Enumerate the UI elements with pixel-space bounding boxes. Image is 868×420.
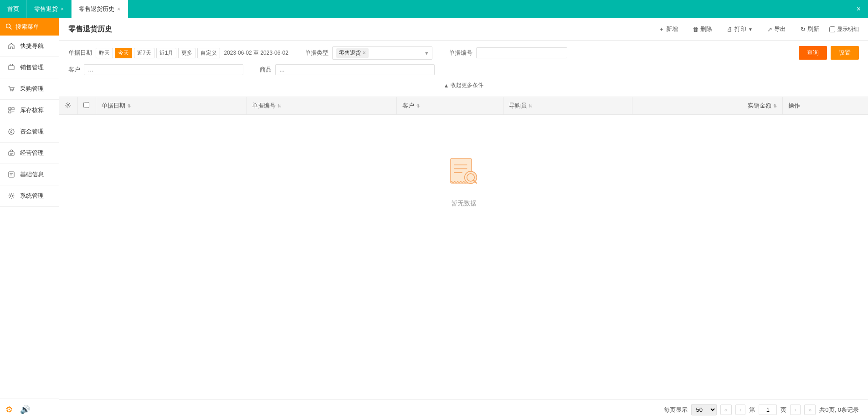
search-icon xyxy=(5,23,12,31)
collapse-arrow: ▲ xyxy=(444,82,449,89)
sidebar-item-quick-nav[interactable]: 快捷导航 xyxy=(0,36,59,57)
sidebar-search-label: 搜索菜单 xyxy=(15,23,39,31)
page-size-select[interactable]: 10 20 50 100 xyxy=(691,404,717,415)
doctype-tag-remove[interactable]: × xyxy=(363,50,366,56)
sort-guide[interactable]: 导购员 ⇅ xyxy=(509,102,626,110)
print-arrow: ▼ xyxy=(748,27,753,32)
th-amount: 实销金额 ⇅ xyxy=(632,97,782,115)
new-icon: ＋ xyxy=(658,25,664,33)
date-btn-custom[interactable]: 自定义 xyxy=(197,48,220,58)
sidebar-item-system-label: 系统管理 xyxy=(20,192,44,200)
sidebar-item-system[interactable]: 系统管理 xyxy=(0,185,59,207)
show-detail-checkbox[interactable] xyxy=(829,26,835,32)
tab-retail-return-label: 零售退货 xyxy=(34,5,58,13)
sidebar-search[interactable]: 搜索菜单 xyxy=(0,18,59,36)
export-button[interactable]: ↗ 导出 xyxy=(763,23,791,36)
toolbar: ＋ 新增 🗑 删除 🖨 打印 ▼ ↗ 导出 ↻ 刷新 xyxy=(654,23,859,36)
svg-point-8 xyxy=(9,129,14,134)
query-button[interactable]: 查询 xyxy=(799,46,827,60)
tab-retail-return-close[interactable]: × xyxy=(61,6,64,12)
table-header-row: 单据日期 ⇅ 单据编号 ⇅ 客户 xyxy=(59,97,868,115)
th-guide-label: 导购员 xyxy=(509,102,527,110)
page-header: 零售退货历史 ＋ 新增 🗑 删除 🖨 打印 ▼ ↗ 导出 xyxy=(59,18,868,41)
th-doc-date: 单据日期 ⇅ xyxy=(96,97,246,115)
print-button[interactable]: 🖨 打印 ▼ xyxy=(722,23,757,36)
filter-action-buttons: 查询 设置 xyxy=(799,46,859,60)
table-area: 单据日期 ⇅ 单据编号 ⇅ 客户 xyxy=(59,97,868,399)
next-page-button[interactable]: › xyxy=(790,405,800,415)
column-settings-icon[interactable] xyxy=(65,103,71,110)
date-btn-7days[interactable]: 近7天 xyxy=(134,48,154,58)
new-button[interactable]: ＋ 新增 xyxy=(654,23,683,36)
sidebar-item-inventory[interactable]: 库存核算 xyxy=(0,100,59,121)
total-records-label: 共0页, 0条记录 xyxy=(819,406,859,414)
svg-point-12 xyxy=(67,104,69,106)
export-icon: ↗ xyxy=(767,26,772,33)
sidebar-item-sales-mgmt[interactable]: 销售管理 xyxy=(0,57,59,78)
purchase-icon xyxy=(7,85,15,93)
date-btn-1month[interactable]: 近1月 xyxy=(156,48,177,58)
empty-row: 暂无数据 xyxy=(59,115,868,245)
filter-goods-item: 商品 xyxy=(260,64,435,75)
page-input[interactable] xyxy=(759,405,777,415)
sort-doc-date-icon: ⇅ xyxy=(127,103,131,108)
data-table: 单据日期 ⇅ 单据编号 ⇅ 客户 xyxy=(59,97,868,244)
sidebar-item-finance[interactable]: 资金管理 xyxy=(0,121,59,143)
delete-icon: 🗑 xyxy=(693,26,699,33)
last-page-button[interactable]: » xyxy=(804,405,816,415)
show-detail-label: 显示明细 xyxy=(837,26,859,33)
sort-doc-no[interactable]: 单据编号 ⇅ xyxy=(252,102,391,110)
collapse-button[interactable]: ▲ 收起更多条件 xyxy=(68,80,859,91)
th-amount-label: 实销金额 xyxy=(748,102,771,110)
show-detail-checkbox-area: 显示明细 xyxy=(829,26,859,33)
filter-docno-item: 单据编号 xyxy=(449,47,567,58)
tab-retail-return-history[interactable]: 零售退货历史 × xyxy=(72,0,128,18)
tab-retail-return-history-close[interactable]: × xyxy=(117,6,120,12)
date-btn-today[interactable]: 今天 xyxy=(115,48,132,58)
sidebar-item-purchase-mgmt[interactable]: 采购管理 xyxy=(0,78,59,100)
delete-button[interactable]: 🗑 删除 xyxy=(688,23,717,36)
date-btn-yesterday[interactable]: 昨天 xyxy=(96,48,113,58)
doctype-tag-area[interactable]: 零售退货 × ▾ xyxy=(332,46,432,60)
customer-filter-label: 客户 xyxy=(68,66,80,74)
page-label: 第 xyxy=(749,406,755,414)
sort-amount[interactable]: 实销金额 ⇅ xyxy=(638,102,777,110)
first-page-button[interactable]: « xyxy=(720,405,732,415)
print-icon: 🖨 xyxy=(727,26,733,33)
basic-info-icon xyxy=(7,170,15,179)
doctype-dropdown-arrow[interactable]: ▾ xyxy=(425,50,428,56)
filter-row-1: 单据日期 昨天 今天 近7天 近1月 更多 自定义 2023-06-02 至 2… xyxy=(68,46,859,60)
finance-icon xyxy=(7,128,15,136)
window-close-button[interactable]: × xyxy=(849,5,868,13)
home-icon xyxy=(7,42,15,50)
settings-icon[interactable]: ⚙ xyxy=(5,405,13,415)
doctype-tag-value: 零售退货 xyxy=(339,49,361,57)
goods-filter-label: 商品 xyxy=(260,66,272,74)
sort-customer[interactable]: 客户 ⇅ xyxy=(402,102,498,110)
refresh-label: 刷新 xyxy=(807,25,819,33)
goods-input[interactable] xyxy=(275,64,435,75)
docno-input[interactable] xyxy=(476,47,567,58)
sidebar-item-operation[interactable]: 经营管理 xyxy=(0,143,59,164)
tab-retail-return[interactable]: 零售退货 × xyxy=(27,0,72,18)
customer-input[interactable] xyxy=(84,64,243,75)
sidebar-item-basic-info[interactable]: 基础信息 xyxy=(0,164,59,185)
refresh-button[interactable]: ↻ 刷新 xyxy=(796,23,824,36)
filter-customer-item: 客户 xyxy=(68,64,243,75)
filter-row-2: 客户 商品 xyxy=(68,64,859,75)
select-all-checkbox[interactable] xyxy=(83,102,89,108)
th-doc-no-label: 单据编号 xyxy=(252,102,276,110)
filter-settings-button[interactable]: 设置 xyxy=(831,46,859,60)
svg-rect-2 xyxy=(9,66,14,70)
date-btn-more[interactable]: 更多 xyxy=(178,48,195,58)
th-guide: 导购员 ⇅ xyxy=(503,97,632,115)
sort-doc-date[interactable]: 单据日期 ⇅ xyxy=(102,102,241,110)
sidebar-item-quick-nav-label: 快捷导航 xyxy=(20,42,44,50)
page-title: 零售退货历史 xyxy=(68,25,112,34)
tab-home[interactable]: 首页 xyxy=(0,0,27,18)
svg-rect-7 xyxy=(9,111,11,113)
audio-icon[interactable]: 🔊 xyxy=(20,405,30,415)
th-action: 操作 xyxy=(782,97,868,115)
prev-page-button[interactable]: ‹ xyxy=(735,405,745,415)
doctype-filter-label: 单据类型 xyxy=(305,49,329,57)
